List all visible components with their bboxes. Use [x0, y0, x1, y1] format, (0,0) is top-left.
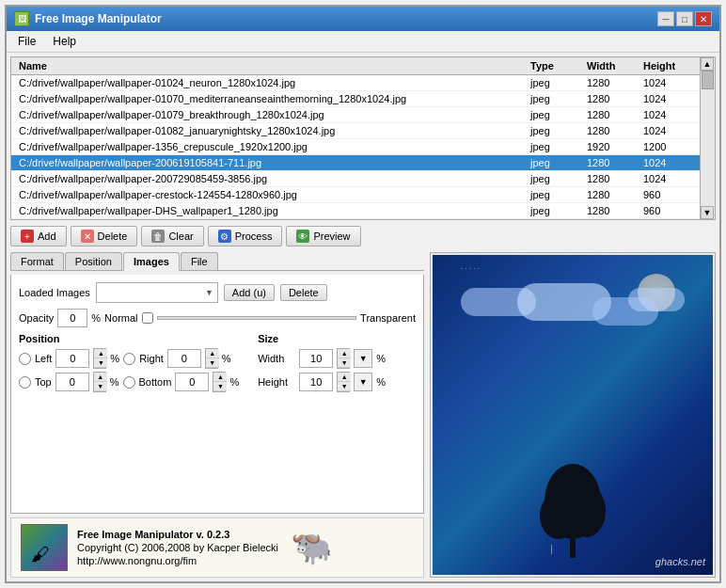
process-icon: ⚙	[218, 230, 231, 243]
opacity-checkbox[interactable]	[142, 312, 153, 324]
process-button[interactable]: ⚙ Process	[208, 226, 283, 246]
delete-button[interactable]: ✕ Delete	[71, 226, 138, 246]
width-spinner[interactable]: ▲ ▼	[337, 348, 350, 369]
info-text: Free Image Manipulator v. 0.2.3 Copyrigh…	[77, 529, 278, 566]
left-spin-up[interactable]: ▲	[94, 349, 107, 358]
file-width-cell: 1280	[583, 124, 639, 137]
tab-images[interactable]: Images	[123, 252, 180, 271]
table-row[interactable]: C:/drivef/wallpaper/wallpaper-1356_crepu…	[11, 139, 700, 155]
lower-section: Format Position Images File Loaded Image…	[10, 252, 716, 578]
tab-bar: Format Position Images File	[10, 252, 424, 271]
loaded-images-select[interactable]: ▼	[96, 282, 218, 303]
height-spin-up[interactable]: ▲	[338, 373, 351, 382]
table-row[interactable]: C:/drivef/wallpaper/wallpaper-crestock-1…	[11, 187, 700, 203]
window-controls: ─ □ ✕	[657, 11, 712, 26]
top-spinner[interactable]: ▲ ▼	[93, 372, 106, 392]
bottom-spin-down[interactable]: ▼	[213, 382, 227, 391]
height-spinner[interactable]: ▲ ▼	[337, 372, 350, 392]
header-width: Width	[583, 59, 639, 72]
right-spin-down[interactable]: ▼	[206, 358, 219, 368]
minimize-button[interactable]: ─	[657, 11, 674, 26]
file-name-cell: C:/drivef/wallpaper/wallpaper-01024_neur…	[15, 76, 527, 89]
table-row[interactable]: C:/drivef/wallpaper/wallpaper-01070_medi…	[11, 91, 700, 107]
right-spinner[interactable]: ▲ ▼	[205, 348, 218, 369]
top-spin-down[interactable]: ▼	[94, 382, 107, 391]
add-u-button[interactable]: Add (u)	[224, 284, 275, 301]
position-block: Position Left ▲ ▼ %	[19, 333, 239, 395]
left-radio[interactable]	[19, 353, 31, 365]
copyright-text: Copyright (C) 2006,2008 by Kacper Bielec…	[77, 542, 278, 553]
tab-format[interactable]: Format	[10, 252, 64, 270]
scroll-down-button[interactable]: ▼	[701, 206, 714, 219]
tab-file[interactable]: File	[181, 252, 218, 270]
loaded-images-row: Loaded Images ▼ Add (u) Delete	[19, 282, 416, 303]
top-bottom-row: Top ▲ ▼ % Bottom	[19, 372, 239, 392]
right-radio[interactable]	[123, 353, 135, 365]
bottom-unit: %	[229, 376, 239, 388]
preview-clouds	[442, 283, 703, 358]
file-name-cell: C:/drivef/wallpaper/wallpaper-01070_medi…	[15, 92, 527, 105]
opacity-row: Opacity % Normal Transparent	[19, 309, 416, 327]
menu-file[interactable]: File	[10, 33, 43, 50]
table-row[interactable]: C:/drivef/wallpaper/wallpaper-01024_neur…	[11, 75, 700, 91]
images-delete-button[interactable]: Delete	[280, 284, 327, 301]
left-spin-down[interactable]: ▼	[94, 358, 107, 368]
scroll-up-button[interactable]: ▲	[701, 57, 714, 71]
table-row[interactable]: C:/drivef/wallpaper/wallpaper-01082_janu…	[11, 123, 700, 139]
opacity-slider-track[interactable]	[157, 316, 357, 320]
size-title: Size	[258, 333, 416, 344]
tab-position[interactable]: Position	[65, 252, 122, 270]
file-height-cell: 1200	[639, 140, 696, 153]
bottom-spinner[interactable]: ▲ ▼	[213, 372, 226, 392]
file-list-section: Name Type Width Height C:/drivef/wallpap…	[10, 56, 716, 220]
width-spin-up[interactable]: ▲	[338, 349, 351, 358]
left-value-input[interactable]	[55, 349, 89, 368]
clear-button[interactable]: 🗑 Clear	[141, 226, 203, 246]
file-height-cell: 1024	[639, 76, 696, 89]
file-list-body[interactable]: C:/drivef/wallpaper/wallpaper-01024_neur…	[11, 75, 700, 219]
width-spin-down[interactable]: ▼	[338, 358, 351, 368]
right-spin-up[interactable]: ▲	[206, 349, 219, 358]
close-button[interactable]: ✕	[695, 11, 712, 26]
left-spinner[interactable]: ▲ ▼	[93, 348, 106, 369]
bottom-radio[interactable]	[123, 376, 135, 389]
file-height-cell: 960	[639, 188, 696, 201]
top-spin-up[interactable]: ▲	[94, 373, 107, 382]
height-value-input[interactable]	[299, 373, 333, 391]
width-value-input[interactable]	[299, 349, 333, 368]
size-block: Size Width ▲ ▼ ▼ %	[258, 333, 416, 395]
add-icon: +	[21, 230, 34, 243]
app-logo-icon: 🖌	[21, 524, 68, 571]
scroll-track	[701, 89, 715, 206]
bottom-spin-up[interactable]: ▲	[213, 373, 227, 382]
preview-image: | · · · · · ghacks.net	[433, 255, 713, 575]
height-unit: %	[376, 376, 386, 388]
file-name-cell: C:/drivef/wallpaper/wallpaper-01082_janu…	[15, 124, 527, 137]
scrollbar[interactable]: ▲ ▼	[700, 57, 715, 219]
main-content: Name Type Width Height C:/drivef/wallpap…	[7, 53, 719, 581]
file-list-header: Name Type Width Height	[11, 57, 700, 75]
right-value-input[interactable]	[167, 349, 201, 368]
height-spin-down[interactable]: ▼	[338, 382, 351, 391]
preview-button[interactable]: 👁 Preview	[286, 226, 360, 246]
table-row[interactable]: C:/drivef/wallpaper/wallpaper-2006191058…	[11, 155, 700, 171]
width-unit-select[interactable]: ▼	[354, 349, 372, 368]
add-button[interactable]: + Add	[10, 226, 67, 246]
file-height-cell: 1024	[639, 156, 696, 169]
height-unit-select[interactable]: ▼	[354, 373, 372, 391]
file-height-cell: 960	[639, 204, 696, 217]
file-height-cell: 1024	[639, 124, 696, 137]
top-label: Top	[35, 376, 52, 388]
menu-help[interactable]: Help	[45, 33, 84, 50]
table-row[interactable]: C:/drivef/wallpaper/wallpaper-2007290854…	[11, 171, 700, 187]
bottom-value-input[interactable]	[175, 373, 209, 391]
table-row[interactable]: C:/drivef/wallpaper/wallpaper-DHS_wallpa…	[11, 203, 700, 219]
opacity-value-input[interactable]	[57, 309, 87, 327]
maximize-button[interactable]: □	[676, 11, 693, 26]
scroll-thumb[interactable]	[702, 71, 714, 89]
opacity-unit: %	[91, 312, 101, 324]
table-row[interactable]: C:/drivef/wallpaper/wallpaper-01079_brea…	[11, 107, 700, 123]
file-name-cell: C:/drivef/wallpaper/wallpaper-2006191058…	[15, 156, 527, 169]
top-value-input[interactable]	[55, 373, 89, 391]
top-radio[interactable]	[19, 376, 31, 389]
